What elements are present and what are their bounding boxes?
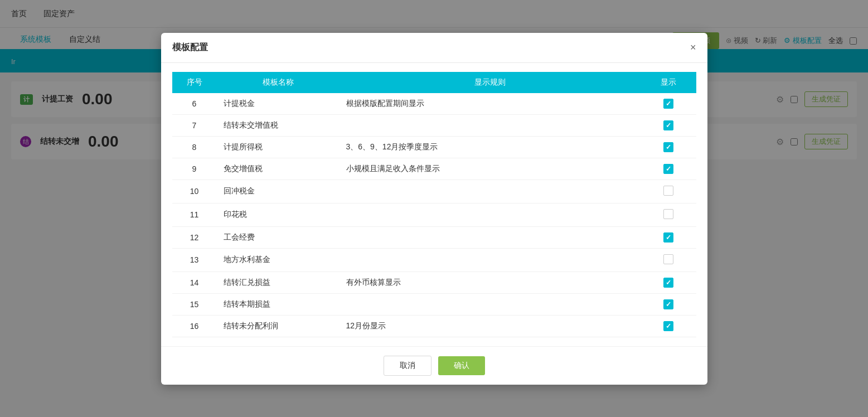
checkbox-11[interactable] (663, 209, 673, 219)
row-rule (340, 248, 641, 271)
confirm-button[interactable]: 确认 (438, 356, 485, 375)
row-check[interactable] (641, 293, 696, 315)
row-id: 16 (172, 315, 217, 337)
row-name: 结转未交增值税 (217, 114, 340, 136)
checkbox-8[interactable] (663, 142, 673, 152)
row-rule: 有外币核算显示 (340, 271, 641, 293)
row-rule (340, 293, 641, 315)
row-rule (340, 226, 641, 248)
modal-header: 模板配置 × (161, 33, 707, 63)
row-id: 6 (172, 93, 217, 115)
modal-overlay: 模板配置 × 序号 模板名称 显示规则 显示 6计提税金根据模版配置期间显示7结… (0, 0, 868, 417)
row-check[interactable] (641, 203, 696, 226)
checkbox-10[interactable] (663, 186, 673, 196)
row-rule: 根据模版配置期间显示 (340, 93, 641, 115)
row-id: 15 (172, 293, 217, 315)
table-row: 8计提所得税3、6、9、12月按季度显示 (172, 136, 696, 158)
checkbox-12[interactable] (663, 232, 673, 243)
row-rule: 小规模且满足收入条件显示 (340, 158, 641, 180)
row-id: 12 (172, 226, 217, 248)
row-name: 结转未分配利润 (217, 315, 340, 337)
row-name: 印花税 (217, 203, 340, 226)
checkbox-15[interactable] (663, 299, 673, 309)
row-id: 10 (172, 180, 217, 203)
row-name: 地方水利基金 (217, 248, 340, 271)
row-id: 14 (172, 271, 217, 293)
row-name: 结转汇兑损益 (217, 271, 340, 293)
row-name: 计提税金 (217, 93, 340, 115)
table-row: 13地方水利基金 (172, 248, 696, 271)
row-name: 工会经费 (217, 226, 340, 248)
checkbox-16[interactable] (663, 321, 673, 331)
row-check[interactable] (641, 248, 696, 271)
table-row: 11印花税 (172, 203, 696, 226)
table-row: 14结转汇兑损益有外币核算显示 (172, 271, 696, 293)
row-id: 9 (172, 158, 217, 180)
checkbox-13[interactable] (663, 254, 673, 264)
table-row: 16结转未分配利润12月份显示 (172, 315, 696, 337)
modal-footer: 取消 确认 (161, 346, 707, 385)
modal-body: 序号 模板名称 显示规则 显示 6计提税金根据模版配置期间显示7结转未交增值税8… (161, 63, 707, 346)
row-id: 13 (172, 248, 217, 271)
row-rule: 3、6、9、12月按季度显示 (340, 136, 641, 158)
row-check[interactable] (641, 93, 696, 115)
row-rule (340, 203, 641, 226)
row-name: 结转本期损益 (217, 293, 340, 315)
row-check[interactable] (641, 136, 696, 158)
checkbox-14[interactable] (663, 278, 673, 288)
row-id: 7 (172, 114, 217, 136)
table-row: 6计提税金根据模版配置期间显示 (172, 93, 696, 115)
col-header-name: 模板名称 (217, 72, 340, 93)
row-name: 回冲税金 (217, 180, 340, 203)
table-row: 10回冲税金 (172, 180, 696, 203)
row-id: 8 (172, 136, 217, 158)
col-header-id: 序号 (172, 72, 217, 93)
row-check[interactable] (641, 271, 696, 293)
checkbox-6[interactable] (663, 99, 673, 109)
table-head: 序号 模板名称 显示规则 显示 (172, 72, 696, 93)
row-check[interactable] (641, 158, 696, 180)
modal-close-button[interactable]: × (690, 42, 696, 52)
row-check[interactable] (641, 226, 696, 248)
table-row: 9免交增值税小规模且满足收入条件显示 (172, 158, 696, 180)
table-row: 15结转本期损益 (172, 293, 696, 315)
row-rule (340, 180, 641, 203)
row-id: 11 (172, 203, 217, 226)
modal-title: 模板配置 (172, 42, 208, 54)
table-row: 7结转未交增值税 (172, 114, 696, 136)
checkbox-7[interactable] (663, 120, 673, 130)
row-check[interactable] (641, 114, 696, 136)
row-name: 计提所得税 (217, 136, 340, 158)
table-row: 12工会经费 (172, 226, 696, 248)
row-rule: 12月份显示 (340, 315, 641, 337)
checkbox-9[interactable] (663, 164, 673, 174)
cancel-button[interactable]: 取消 (384, 356, 431, 376)
row-name: 免交增值税 (217, 158, 340, 180)
col-header-show: 显示 (641, 72, 696, 93)
row-check[interactable] (641, 315, 696, 337)
modal-template-config: 模板配置 × 序号 模板名称 显示规则 显示 6计提税金根据模版配置期间显示7结… (161, 33, 707, 385)
row-check[interactable] (641, 180, 696, 203)
row-rule (340, 114, 641, 136)
table-body: 6计提税金根据模版配置期间显示7结转未交增值税8计提所得税3、6、9、12月按季… (172, 93, 696, 337)
col-header-rule: 显示规则 (340, 72, 641, 93)
config-table: 序号 模板名称 显示规则 显示 6计提税金根据模版配置期间显示7结转未交增值税8… (172, 72, 696, 337)
